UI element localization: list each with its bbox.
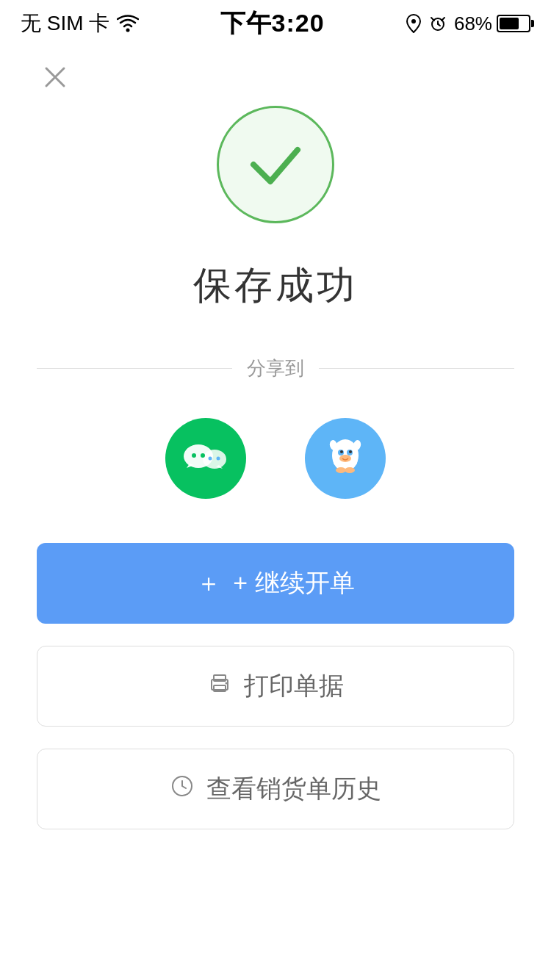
success-circle	[217, 106, 334, 223]
divider-line-left	[37, 368, 232, 369]
share-label: 分享到	[247, 356, 304, 381]
action-buttons: ＋ + 继续开单 打印单据 查看销货单历	[0, 543, 551, 829]
svg-point-6	[203, 450, 226, 469]
plus-icon: ＋	[196, 566, 221, 600]
carrier-text: 无 SIM 卡	[21, 10, 109, 37]
svg-point-1	[411, 19, 416, 24]
qq-share-button[interactable]	[305, 418, 386, 499]
close-button[interactable]	[37, 59, 73, 96]
share-section: 分享到	[0, 356, 551, 499]
battery-text: 68%	[454, 12, 492, 35]
svg-point-21	[336, 467, 346, 473]
status-time: 下午3:20	[220, 7, 325, 40]
svg-point-18	[339, 455, 351, 462]
success-title: 保存成功	[193, 260, 358, 311]
share-divider: 分享到	[37, 356, 514, 381]
wechat-share-button[interactable]	[165, 418, 246, 499]
battery-icon	[497, 15, 530, 32]
status-left: 无 SIM 卡	[21, 10, 139, 37]
status-right: 68%	[406, 12, 530, 35]
wechat-icon	[181, 437, 231, 480]
svg-point-26	[226, 682, 228, 685]
printer-icon	[207, 671, 232, 702]
location-icon	[406, 14, 422, 33]
battery-container: 68%	[454, 12, 530, 35]
print-button-label: 打印单据	[244, 669, 344, 703]
svg-point-10	[217, 457, 220, 461]
alarm-icon	[429, 14, 447, 33]
qq-icon	[322, 432, 369, 485]
svg-point-22	[345, 467, 355, 473]
history-button-label: 查看销货单历史	[206, 772, 381, 806]
continue-button[interactable]: ＋ + 继续开单	[37, 543, 514, 624]
svg-point-17	[349, 450, 352, 453]
wifi-icon	[117, 14, 139, 33]
close-icon	[42, 64, 68, 90]
svg-point-9	[209, 457, 212, 461]
main-content: 保存成功 分享到	[0, 47, 551, 829]
battery-fill	[500, 18, 519, 29]
continue-button-label: + 继续开单	[233, 566, 354, 600]
svg-point-16	[340, 450, 343, 453]
svg-point-8	[201, 453, 205, 458]
clock-icon	[170, 774, 195, 804]
history-button[interactable]: 查看销货单历史	[37, 749, 514, 829]
divider-line-right	[319, 368, 514, 369]
share-icons	[37, 418, 514, 499]
svg-point-7	[192, 453, 196, 458]
checkmark-icon	[242, 131, 309, 198]
status-bar: 无 SIM 卡 下午3:20 68%	[0, 0, 551, 47]
print-button[interactable]: 打印单据	[37, 646, 514, 727]
svg-point-0	[126, 29, 130, 32]
